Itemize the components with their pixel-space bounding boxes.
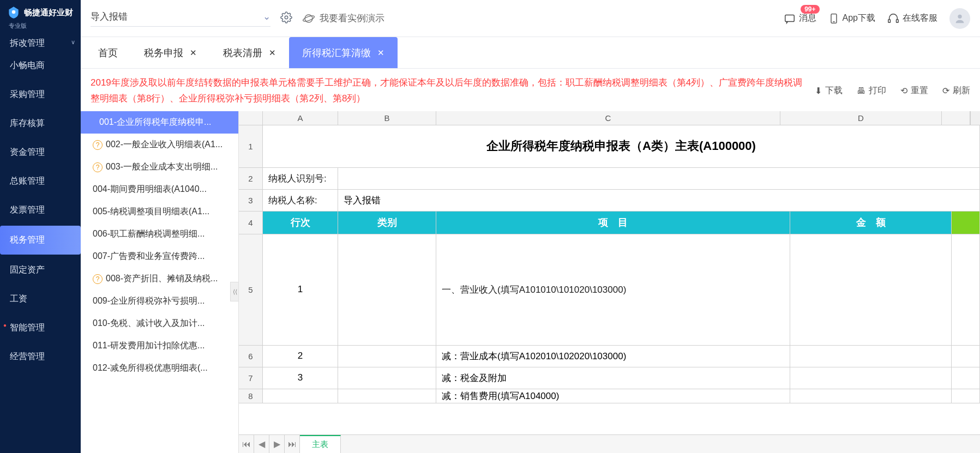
row-3[interactable]: 3 <box>239 190 263 211</box>
spreadsheet: A B C D 1 企业所得税年度纳税申报表（A类）主表(A100000) <box>239 111 980 453</box>
cell-5b[interactable] <box>338 234 436 345</box>
nav-item-tax[interactable]: 税务管理 <box>0 226 81 255</box>
message-icon <box>784 13 796 25</box>
download-button[interactable]: ⬇下载 <box>815 85 843 96</box>
tab-home[interactable]: 首页 <box>85 37 131 68</box>
col-e[interactable] <box>942 111 970 125</box>
cell-8d[interactable] <box>790 389 952 403</box>
avatar[interactable] <box>949 8 970 29</box>
nav-item-10[interactable]: 智能管理 <box>0 313 81 342</box>
headset-icon <box>887 13 899 25</box>
collapse-handle[interactable]: ⟨⟨ <box>230 282 239 301</box>
nav-item-6[interactable]: 发票管理 <box>0 196 81 225</box>
form-005[interactable]: 005-纳税调整项目明细表(A1... <box>81 201 238 223</box>
cell-7e[interactable] <box>952 367 980 389</box>
notice-text: 2019年度涉及取以前年度结转数据的申报表单元格需要手工维护正确，才能保证本年及… <box>91 75 803 107</box>
cell-5c[interactable]: 一、营业收入(填写A101010\101020\103000) <box>436 234 790 345</box>
cell-7d[interactable] <box>790 367 952 389</box>
support-button[interactable]: 在线客服 <box>887 13 937 25</box>
form-008[interactable]: 008-资产折旧、摊销及纳税... <box>81 268 238 290</box>
cell-8c[interactable]: 减：销售费用(填写A104000) <box>436 389 790 403</box>
nav-item-8[interactable]: 固定资产 <box>0 256 81 285</box>
form-010[interactable]: 010-免税、减计收入及加计... <box>81 312 238 335</box>
form-003[interactable]: 003-一般企业成本支出明细... <box>81 156 238 178</box>
row-2[interactable]: 2 <box>239 168 263 189</box>
messages-button[interactable]: 消息 99+ <box>784 13 816 25</box>
gear-icon[interactable] <box>280 11 292 26</box>
chevron-down-icon: ⌄ <box>263 11 270 22</box>
edition-label: 专业版 <box>0 22 81 35</box>
cell-6c[interactable]: 减：营业成本(填写A102010\102020\103000) <box>436 346 790 367</box>
form-009[interactable]: 009-企业所得税弥补亏损明... <box>81 290 238 312</box>
cell-5d[interactable] <box>790 234 952 345</box>
tab-register[interactable]: 税表清册✕ <box>210 37 289 68</box>
cell-6e[interactable] <box>952 346 980 367</box>
sheet-nav-next[interactable]: ▶ <box>269 435 285 453</box>
tab-declare[interactable]: 税务申报✕ <box>131 37 210 68</box>
form-012[interactable]: 012-减免所得税优惠明细表(... <box>81 357 238 379</box>
select-all-cell[interactable] <box>239 111 263 125</box>
col-b[interactable]: B <box>338 111 436 125</box>
print-button[interactable]: 🖶打印 <box>857 85 886 96</box>
form-011[interactable]: 011-研发费用加计扣除优惠... <box>81 335 238 357</box>
row-7[interactable]: 7 <box>239 367 263 389</box>
reset-button[interactable]: ⟲重置 <box>900 85 928 96</box>
close-icon[interactable]: ✕ <box>269 48 276 58</box>
refresh-button[interactable]: ⟳刷新 <box>942 85 970 96</box>
row-4[interactable]: 4 <box>239 212 263 234</box>
taxpayer-id-label: 纳税人识别号: <box>263 168 338 189</box>
sheet-tab-main[interactable]: 主表 <box>300 435 341 453</box>
nav-item-11[interactable]: 经营管理 <box>0 342 81 371</box>
taxpayer-id-value[interactable] <box>338 168 980 189</box>
cell-5e[interactable] <box>952 234 980 345</box>
taxpayer-name-value[interactable]: 导入报错 <box>338 190 980 211</box>
svg-point-0 <box>12 10 16 14</box>
demo-link[interactable]: 我要看实例演示 <box>302 12 384 25</box>
nav-item-2[interactable]: 采购管理 <box>0 80 81 109</box>
row-5[interactable]: 5 <box>239 234 263 345</box>
col-a[interactable]: A <box>263 111 338 125</box>
cell-7c[interactable]: 减：税金及附加 <box>436 367 790 389</box>
org-selector[interactable]: 导入报错 ⌄ <box>91 10 270 27</box>
page-tabs: 首页 税务申报✕ 税表清册✕ 所得税汇算清缴✕ <box>81 37 980 69</box>
nav-item-1[interactable]: 小畅电商 <box>0 51 81 80</box>
nav-item-0[interactable]: 拆改管理∨ <box>0 35 81 51</box>
row-6[interactable]: 6 <box>239 346 263 367</box>
svg-rect-8 <box>897 19 899 22</box>
cell-7a[interactable]: 3 <box>263 367 338 389</box>
form-004[interactable]: 004-期间费用明细表(A1040... <box>81 178 238 201</box>
logo-icon <box>7 5 21 20</box>
row-1[interactable]: 1 <box>239 125 263 167</box>
close-icon[interactable]: ✕ <box>377 48 384 58</box>
svg-rect-7 <box>888 19 891 22</box>
cell-6b[interactable] <box>338 346 436 367</box>
nav-item-5[interactable]: 总账管理 <box>0 167 81 196</box>
form-006[interactable]: 006-职工薪酬纳税调整明细... <box>81 223 238 245</box>
nav-item-3[interactable]: 库存核算 <box>0 109 81 138</box>
cell-7b[interactable] <box>338 367 436 389</box>
form-007[interactable]: 007-广告费和业务宣传费跨... <box>81 245 238 268</box>
cell-8a[interactable] <box>263 389 338 403</box>
tab-income-tax[interactable]: 所得税汇算清缴✕ <box>289 37 398 68</box>
cell-8b[interactable] <box>338 389 436 403</box>
app-download[interactable]: App下载 <box>828 13 875 25</box>
form-001[interactable]: 001-企业所得税年度纳税申... <box>81 111 238 134</box>
vscrollbar[interactable] <box>970 111 980 125</box>
cell-8e[interactable] <box>952 389 980 403</box>
close-icon[interactable]: ✕ <box>190 48 197 58</box>
nav-item-9[interactable]: 工资 <box>0 285 81 313</box>
row-8[interactable]: 8 <box>239 389 263 403</box>
sheet-nav-first[interactable]: ⏮ <box>239 435 254 453</box>
cell-6d[interactable] <box>790 346 952 367</box>
form-002[interactable]: 002-一般企业收入明细表(A1... <box>81 134 238 156</box>
col-d[interactable]: D <box>780 111 942 125</box>
col-c[interactable]: C <box>436 111 780 125</box>
cell-5a[interactable]: 1 <box>263 234 338 345</box>
svg-point-3 <box>302 14 315 22</box>
cell-6a[interactable]: 2 <box>263 346 338 367</box>
svg-point-9 <box>958 14 961 18</box>
sheet-nav-last[interactable]: ⏭ <box>285 435 300 453</box>
topbar: 导入报错 ⌄ 我要看实例演示 消息 99+ App下载 <box>81 0 980 37</box>
sheet-nav-prev[interactable]: ◀ <box>254 435 269 453</box>
nav-item-4[interactable]: 资金管理 <box>0 138 81 167</box>
